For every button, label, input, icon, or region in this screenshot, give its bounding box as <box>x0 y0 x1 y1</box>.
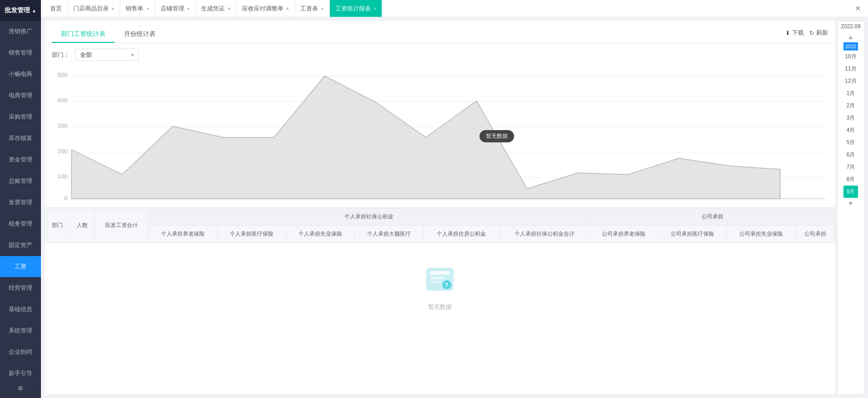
chart-tooltip: 暂无数据 <box>479 130 514 142</box>
svg-text:400: 400 <box>57 97 68 104</box>
th-company-other: 公司承担 <box>796 226 835 243</box>
tab-bar: 首页门店商品目录×销售单×店铺管理×生成凭证×应收应付调整单×工资表×工资统计报… <box>41 0 868 17</box>
cal-month-12月[interactable]: 12月 <box>843 75 858 87</box>
tab-close-icon[interactable]: × <box>227 6 230 11</box>
tab-生成凭证[interactable]: 生成凭证× <box>196 0 236 17</box>
tab-close-icon[interactable]: × <box>373 6 376 11</box>
refresh-button[interactable]: ↻ 刷新 <box>809 29 828 37</box>
sidebar: 批发管理 ▲ 营销推广销售管理小畅电商电商管理采购管理库存核算资金管理总账管理发… <box>0 0 41 398</box>
calendar-panel: 2022.09 ▲ 202210月11月12月1月2月3月4月5月6月7月8月9… <box>837 21 864 394</box>
svg-rect-15 <box>430 281 439 283</box>
sub-tab-部门工资统计表[interactable]: 部门工资统计表 <box>52 26 115 43</box>
sidebar-title: 批发管理 <box>5 6 30 15</box>
tab-close-icon[interactable]: × <box>286 6 289 11</box>
cal-month-11月[interactable]: 11月 <box>843 63 858 75</box>
th-personal-total: 个人承担社保公积金合计 <box>499 226 590 243</box>
sidebar-item-资金管理[interactable]: 资金管理 <box>0 149 41 171</box>
dept-select-wrapper: 全部销售部采购部财务部行政部 ▼ <box>75 49 139 61</box>
tab-店铺管理[interactable]: 店铺管理× <box>155 0 196 17</box>
sidebar-item-采购管理[interactable]: 采购管理 <box>0 106 41 128</box>
th-company-medical: 公司承担医疗保险 <box>658 226 727 243</box>
sidebar-item-系统管理[interactable]: 系统管理 <box>0 320 41 342</box>
tab-bar-end: ✕ <box>851 2 864 15</box>
stats-table: 部门 人数 应发工资合计 个人承担社保公积金 公司承担 个人承担养老保险 个人承… <box>45 208 835 243</box>
cal-month-10月[interactable]: 10月 <box>843 50 858 63</box>
tab-label: 应收应付调整单 <box>242 5 283 13</box>
chart-area <box>71 76 780 199</box>
tab-label: 生成凭证 <box>201 5 225 13</box>
cal-month-2月[interactable]: 2月 <box>843 100 858 112</box>
sidebar-item-经营管理[interactable]: 经营管理 <box>0 277 41 299</box>
th-company-unemployment: 公司承担失业保险 <box>727 226 796 243</box>
main-area: 首页门店商品目录×销售单×店铺管理×生成凭证×应收应付调整单×工资表×工资统计报… <box>41 0 868 398</box>
sidebar-item-发票管理[interactable]: 发票管理 <box>0 192 41 213</box>
th-personal-unemployment: 个人承担失业保险 <box>286 226 355 243</box>
cal-month-5月[interactable]: 5月 <box>843 136 858 149</box>
tab-label: 门店商品目录 <box>73 5 109 13</box>
sub-tab-actions: ⬇ 下载 ↻ 刷新 <box>785 29 828 40</box>
tab-label: 店铺管理 <box>161 5 184 13</box>
tab-工资统计报表[interactable]: 工资统计报表× <box>330 0 382 17</box>
sidebar-header[interactable]: 批发管理 ▲ <box>0 0 41 21</box>
no-data-container: ? 暂无数据 <box>45 243 835 329</box>
tab-首页[interactable]: 首页 <box>45 0 68 17</box>
tab-close-icon[interactable]: × <box>111 6 114 11</box>
tab-label: 工资统计报表 <box>335 5 371 13</box>
no-data-text: 暂无数据 <box>428 303 452 311</box>
no-data-icon: ? <box>422 261 458 297</box>
refresh-label: 刷新 <box>816 29 828 37</box>
sub-tabs: 部门工资统计表月份统计表 <box>52 26 165 43</box>
table-wrapper[interactable]: 部门 人数 应发工资合计 个人承担社保公积金 公司承担 个人承担养老保险 个人承… <box>45 207 835 394</box>
cal-month-4月[interactable]: 4月 <box>843 124 858 136</box>
tab-门店商品目录[interactable]: 门店商品目录× <box>68 0 120 17</box>
th-total-salary: 应发工资合计 <box>95 208 149 243</box>
download-button[interactable]: ⬇ 下载 <box>785 29 804 37</box>
sidebar-item-税务管理[interactable]: 税务管理 <box>0 213 41 235</box>
tab-销售单[interactable]: 销售单× <box>120 0 155 17</box>
th-personal-group: 个人承担社保公积金 <box>149 208 590 226</box>
refresh-icon: ↻ <box>809 30 814 36</box>
th-personal-pension: 个人承担养老保险 <box>149 226 217 243</box>
svg-text:300: 300 <box>57 123 68 129</box>
tab-应收应付调整单[interactable]: 应收应付调整单× <box>237 0 295 17</box>
sidebar-nav: 营销推广销售管理小畅电商电商管理采购管理库存核算资金管理总账管理发票管理税务管理… <box>0 21 41 378</box>
cal-month-9月[interactable]: 9月 <box>843 186 858 198</box>
tab-close-icon[interactable]: × <box>187 6 190 11</box>
svg-text:0: 0 <box>64 195 68 202</box>
tab-close-icon[interactable]: × <box>146 6 149 11</box>
cal-up-button[interactable]: ▲ <box>838 31 864 42</box>
sidebar-item-库存核算[interactable]: 库存核算 <box>0 128 41 149</box>
th-company-pension: 公司承担养老保险 <box>590 226 658 243</box>
cal-months: 202210月11月12月1月2月3月4月5月6月7月8月9月 <box>843 42 858 198</box>
close-all-tabs-button[interactable]: ✕ <box>851 2 864 15</box>
svg-rect-14 <box>430 277 444 279</box>
chart-svg: 500 400 300 200 100 0 <box>52 71 828 203</box>
sidebar-item-营销推广[interactable]: 营销推广 <box>0 21 41 42</box>
sidebar-item-基础信息[interactable]: 基础信息 <box>0 299 41 320</box>
settings-button[interactable]: ⚙ <box>0 378 41 398</box>
tab-label: 首页 <box>50 5 62 13</box>
tab-工资表[interactable]: 工资表× <box>295 0 329 17</box>
sidebar-item-销售管理[interactable]: 销售管理 <box>0 42 41 64</box>
cal-month-7月[interactable]: 7月 <box>843 161 858 173</box>
th-dept: 部门 <box>45 208 70 243</box>
cal-month-8月[interactable]: 8月 <box>843 173 858 186</box>
download-label: 下载 <box>792 29 804 37</box>
sidebar-item-固定资产[interactable]: 固定资产 <box>0 235 41 256</box>
tab-label: 销售单 <box>126 5 143 13</box>
sub-tab-月份统计表[interactable]: 月份统计表 <box>115 26 165 43</box>
sidebar-item-企业协同[interactable]: 企业协同 <box>0 342 41 363</box>
tab-close-icon[interactable]: × <box>321 6 323 11</box>
cal-month-1月[interactable]: 1月 <box>843 87 858 100</box>
dept-select[interactable]: 全部销售部采购部财务部行政部 <box>75 49 139 61</box>
sidebar-item-工资[interactable]: 工资 <box>0 256 41 277</box>
th-count: 人数 <box>70 208 95 243</box>
sidebar-item-新手引导[interactable]: 新手引导 <box>0 363 41 378</box>
cal-month-6月[interactable]: 6月 <box>843 149 858 161</box>
sidebar-item-小畅电商[interactable]: 小畅电商 <box>0 64 41 85</box>
cal-down-button[interactable]: ▼ <box>838 198 864 209</box>
cal-month-3月[interactable]: 3月 <box>843 112 858 124</box>
download-icon: ⬇ <box>785 30 790 36</box>
sidebar-item-电商管理[interactable]: 电商管理 <box>0 85 41 106</box>
sidebar-item-总账管理[interactable]: 总账管理 <box>0 171 41 192</box>
